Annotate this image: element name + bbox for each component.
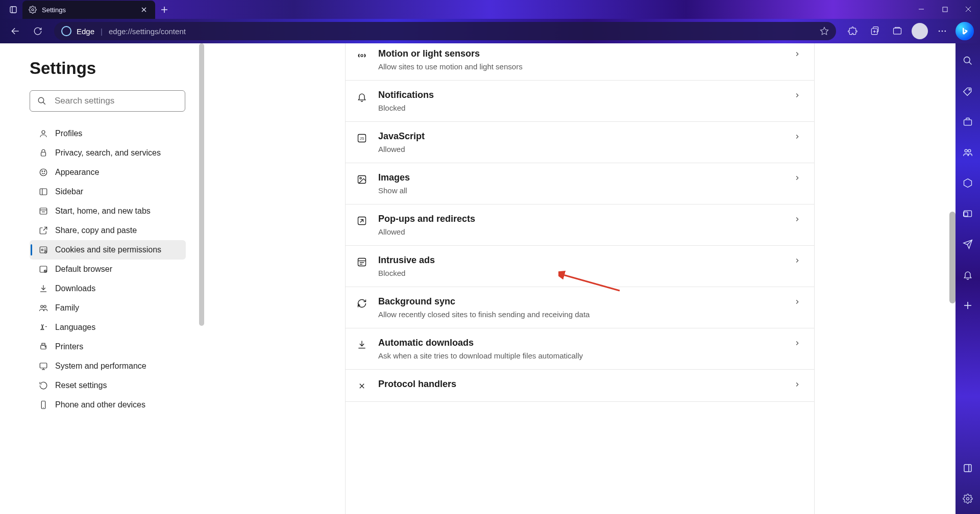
svg-point-34	[45, 251, 47, 253]
nav-item-printers[interactable]: Printers	[30, 337, 186, 356]
nav-item-label: Start, home, and new tabs	[55, 207, 151, 216]
svg-line-21	[43, 102, 45, 105]
settings-search-input[interactable]	[55, 96, 178, 106]
nav-item-appearance[interactable]: Appearance	[30, 163, 186, 182]
svg-rect-69	[964, 465, 971, 472]
permission-row-motion-or-light-sensors[interactable]: Motion or light sensorsAllow sites to us…	[346, 43, 814, 81]
refresh-icon	[33, 27, 42, 36]
row-icon	[357, 50, 368, 62]
content-scrollbar[interactable]	[949, 212, 955, 303]
sidebar-settings-button[interactable]	[960, 491, 976, 507]
nav-item-languages[interactable]: Languages	[30, 318, 186, 337]
svg-point-60	[969, 89, 970, 90]
sidebar-scrollbar[interactable]	[199, 43, 204, 326]
settings-search[interactable]	[30, 90, 185, 112]
close-icon	[141, 7, 147, 13]
tab-actions-button[interactable]	[4, 1, 22, 19]
svg-point-41	[45, 346, 46, 347]
svg-point-17	[939, 31, 940, 32]
tab-close-button[interactable]	[138, 4, 150, 16]
nav-item-label: Default browser	[55, 265, 112, 274]
row-title: Motion or light sensors	[378, 48, 794, 59]
permission-row-intrusive-ads[interactable]: Intrusive adsBlocked	[346, 246, 814, 287]
profile-button[interactable]	[910, 21, 930, 41]
sidebar-panel-button[interactable]	[960, 460, 976, 476]
row-subtitle: Allowed	[378, 227, 794, 236]
svg-rect-61	[964, 120, 972, 125]
svg-point-51	[360, 177, 361, 179]
nav-item-label: Downloads	[55, 284, 95, 293]
nav-item-start-home-and-new-tabs[interactable]: Start, home, and new tabs	[30, 201, 186, 221]
favorite-button[interactable]	[820, 27, 829, 36]
svg-point-58	[964, 57, 970, 63]
extensions-button[interactable]	[842, 21, 863, 41]
screenshot-button[interactable]	[887, 21, 908, 41]
svg-point-47	[361, 55, 363, 57]
nav-item-label: Sidebar	[55, 187, 83, 196]
permission-row-automatic-downloads[interactable]: Automatic downloadsAsk when a site tries…	[346, 328, 814, 370]
nav-item-system-and-performance[interactable]: System and performance	[30, 356, 186, 376]
browser-toolbar: Edge | edge://settings/content	[0, 19, 980, 43]
row-title: Pop-ups and redirects	[378, 214, 794, 224]
permission-row-images[interactable]: ImagesShow all	[346, 163, 814, 204]
window-maximize-button[interactable]	[933, 0, 957, 18]
nav-item-privacy-search-and-services[interactable]: Privacy, search, and services	[30, 143, 186, 163]
collections-button[interactable]	[865, 21, 885, 41]
svg-rect-16	[894, 28, 901, 34]
window-close-button[interactable]	[957, 0, 980, 18]
nav-item-phone-and-other-devices[interactable]: Phone and other devices	[30, 395, 186, 415]
bing-chat-button[interactable]	[954, 21, 975, 41]
browser-tab[interactable]: Settings	[22, 1, 155, 19]
nav-item-family[interactable]: Family	[30, 298, 186, 318]
chevron-right-icon	[794, 92, 801, 99]
chevron-right-icon	[794, 381, 801, 388]
sidebar-hex-button[interactable]	[960, 175, 976, 191]
row-title: Protocol handlers	[378, 379, 794, 390]
chevron-right-icon	[794, 298, 801, 305]
svg-point-2	[32, 9, 34, 11]
sidebar-tools-button[interactable]	[960, 114, 976, 130]
svg-point-26	[44, 171, 45, 172]
svg-line-59	[969, 62, 972, 65]
sidebar-bell-button[interactable]	[960, 267, 976, 283]
nav-item-label: Phone and other devices	[55, 400, 145, 409]
nav-item-reset-settings[interactable]: Reset settings	[30, 376, 186, 395]
mail-app-icon	[963, 209, 973, 219]
permission-row-background-sync[interactable]: Background syncAllow recently closed sit…	[346, 287, 814, 328]
sidebar-send-button[interactable]	[960, 236, 976, 252]
sidebar-people-button[interactable]	[960, 144, 976, 161]
permission-row-notifications[interactable]: NotificationsBlocked	[346, 81, 814, 122]
permission-row-protocol-handlers[interactable]: Protocol handlers	[346, 370, 814, 402]
back-button[interactable]	[5, 21, 26, 41]
nav-item-profiles[interactable]: Profiles	[30, 124, 186, 143]
sidebar-add-button[interactable]	[960, 297, 976, 314]
sidebar-outlook-button[interactable]	[960, 205, 976, 222]
nav-item-label: Cookies and site permissions	[55, 245, 161, 254]
star-icon	[820, 27, 829, 36]
nav-item-downloads[interactable]: Downloads	[30, 279, 186, 298]
nav-item-label: System and performance	[55, 362, 146, 371]
svg-point-71	[967, 498, 969, 500]
bing-icon	[955, 22, 974, 40]
permission-row-pop-ups-and-redirects[interactable]: Pop-ups and redirectsAllowed	[346, 204, 814, 246]
sidebar-search-button[interactable]	[960, 53, 976, 69]
nav-item-sidebar[interactable]: Sidebar	[30, 182, 186, 201]
nav-item-label: Printers	[55, 342, 83, 351]
svg-point-37	[41, 305, 43, 308]
svg-point-24	[40, 169, 47, 176]
permission-row-javascript[interactable]: JSJavaScriptAllowed	[346, 122, 814, 163]
avatar-icon	[912, 23, 928, 39]
sidebar-shopping-button[interactable]	[960, 83, 976, 99]
window-minimize-button[interactable]	[910, 0, 933, 18]
new-tab-button[interactable]	[155, 1, 174, 19]
nav-item-default-browser[interactable]: Default browser	[30, 260, 186, 279]
svg-rect-40	[42, 343, 45, 345]
settings-sidebar: Settings ProfilesPrivacy, search, and se…	[0, 43, 204, 514]
nav-item-cookies-and-site-permissions[interactable]: Cookies and site permissions	[30, 240, 186, 260]
address-bar[interactable]: Edge | edge://settings/content	[54, 22, 836, 40]
nav-item-share-copy-and-paste[interactable]: Share, copy and paste	[30, 221, 186, 240]
svg-rect-0	[10, 7, 16, 13]
refresh-button[interactable]	[28, 21, 48, 41]
svg-rect-53	[358, 259, 366, 266]
app-menu-button[interactable]	[932, 21, 952, 41]
